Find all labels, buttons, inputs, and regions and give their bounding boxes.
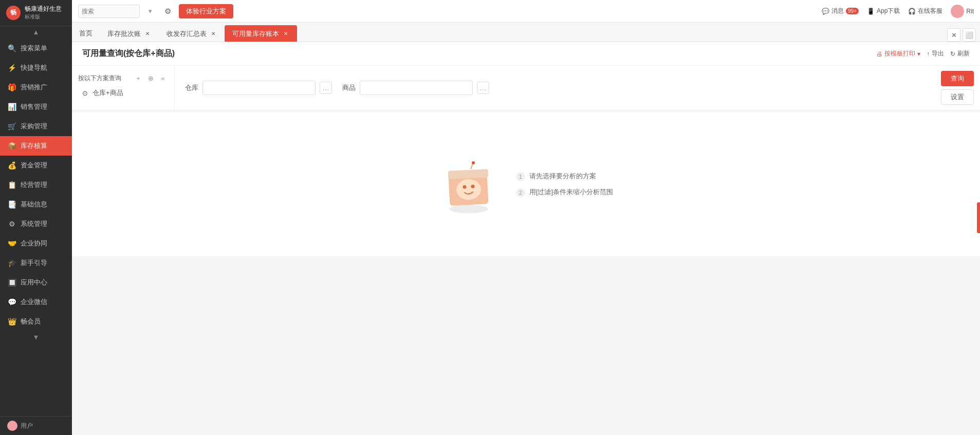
filter-goods-more-btn[interactable]: … [477,82,489,94]
scheme-dot-icon: ⊙ [80,88,89,98]
collapse-btn[interactable]: « [158,73,168,83]
topbar-dropdown-btn[interactable]: ▾ [144,5,156,17]
app-download-btn[interactable]: 📱 App下载 [867,7,900,15]
message-icon: 💬 [822,8,829,15]
vip-icon: 👑 [7,317,16,326]
scroll-up-btn[interactable]: ▲ [0,26,72,39]
refresh-btn[interactable]: ↻ 刷新 [950,49,970,58]
sidebar-item-quicknav[interactable]: ⚡ 快捷导航 [0,58,72,78]
query-btn[interactable]: 查询 [941,71,974,86]
topbar: ▾ ⚙ 体验行业方案 💬 消息 99+ 📱 App下载 🎧 在线客服 Rit [72,0,980,23]
filter-goods: 商品 … [342,81,489,95]
export-label: 导出 [932,49,944,58]
sidebar-nav: ▲ 🔍 搜索菜单 ⚡ 快捷导航 🎁 营销推广 📊 销售管理 🛒 采购管理 📦 库… [0,26,72,416]
sidebar-item-sales-label: 销售管理 [21,102,47,111]
sidebar-item-purchase-label: 采购管理 [21,122,47,131]
settings-circle-icon: ⊕ [148,74,154,82]
svg-line-6 [471,164,473,169]
svg-point-4 [463,185,466,189]
scheme-item-warehouse-goods[interactable]: ⊙ 仓库+商品 [72,85,174,101]
print-btn[interactable]: 🖨 按模板打印 ▾ [876,49,920,58]
purchase-icon: 🛒 [7,122,16,131]
print-icon: 🖨 [876,50,882,58]
messages-btn[interactable]: 💬 消息 99+ [822,7,859,15]
sidebar-item-newbie-label: 新手引导 [21,258,47,268]
tab-maximize-btn[interactable]: ⬜ [963,28,976,42]
scroll-down-btn[interactable]: ▼ [0,331,72,344]
sidebar-item-purchase[interactable]: 🛒 采购管理 [0,117,72,136]
system-icon: ⚙ [7,219,16,229]
add-scheme-btn[interactable]: + [133,73,143,83]
operations-icon: 📋 [7,180,16,190]
settings-btn[interactable]: 设置 [941,89,974,105]
tab-home[interactable]: 首页 [72,25,100,42]
sidebar-bottom-user[interactable]: 用户 [0,416,72,435]
sidebar-item-marketing[interactable]: 🎁 营销推广 [0,78,72,97]
tab-batch-account[interactable]: 库存批次账 ✕ [100,25,159,42]
online-service-btn[interactable]: 🎧 在线客服 [908,7,942,15]
chevron-down-icon: ▾ [149,7,152,15]
print-label: 按模板打印 [884,49,915,58]
topbar-search-input[interactable] [78,5,140,18]
messages-badge: 99+ [846,8,859,14]
tab-batch-account-close[interactable]: ✕ [144,30,151,37]
query-schemes: 按以下方案查询 + ⊕ « ⊙ 仓库+商 [72,66,175,110]
sidebar-item-basic-label: 基础信息 [21,200,47,209]
sidebar-item-finance[interactable]: 💰 资金管理 [0,156,72,175]
sidebar-header: 畅 畅康通好生意 标准版 [0,0,72,26]
filter-warehouse-more-btn[interactable]: … [320,82,332,94]
basic-icon: 📑 [7,200,16,209]
service-label: 在线客服 [918,7,942,15]
search-icon: 🔍 [7,44,16,53]
sidebar-item-vip[interactable]: 👑 畅会员 [0,312,72,331]
svg-point-5 [471,185,474,188]
tab-collect-summary-label: 收发存汇总表 [167,29,207,39]
filter-warehouse-input[interactable] [202,81,316,95]
sidebar-item-enterprise[interactable]: 🤝 企业协同 [0,234,72,253]
sidebar-item-inventory-label: 库存核算 [21,141,47,150]
sidebar-item-appcenter[interactable]: 🔲 应用中心 [0,273,72,292]
industry-btn[interactable]: 体验行业方案 [179,4,233,18]
collapse-icon: « [161,74,164,82]
sidebar-item-wechat[interactable]: 💬 企业微信 [0,292,72,312]
hint-text-2: 用[过滤]条件来缩小分析范围 [529,187,613,197]
app-version: 标准版 [25,13,62,21]
empty-svg [439,154,501,215]
sidebar-item-operations[interactable]: 📋 经营管理 [0,175,72,195]
topbar-gear-btn[interactable]: ⚙ [160,4,175,18]
sidebar-item-newbie[interactable]: 🎓 新手引导 [0,253,72,273]
sidebar-item-system[interactable]: ⚙ 系统管理 [0,214,72,234]
refresh-icon: ↻ [950,50,955,58]
tab-available-inventory[interactable]: 可用量库存账本 ✕ [225,25,297,42]
filter-goods-input[interactable] [360,81,473,95]
empty-text: 1 请先选择要分析的方案 2 用[过滤]条件来缩小分析范围 [516,172,613,197]
page-title: 可用量查询(按仓库+商品) [82,48,175,59]
sidebar-item-operations-label: 经营管理 [21,180,47,190]
add-icon: + [136,74,140,82]
tab-available-inventory-close[interactable]: ✕ [282,30,289,37]
enterprise-icon: 🤝 [7,239,16,248]
sidebar-item-sales[interactable]: 📊 销售管理 [0,97,72,117]
scheme-settings-btn[interactable]: ⊕ [145,73,156,83]
quicknav-icon: ⚡ [7,63,16,72]
tab-collect-summary[interactable]: 收发存汇总表 ✕ [159,25,225,42]
export-icon: ↑ [927,50,930,58]
user-menu-btn[interactable]: Rit [951,5,974,18]
inventory-icon: 📦 [7,141,16,150]
print-dropdown-icon: ▾ [917,50,920,58]
sidebar-item-basic[interactable]: 📑 基础信息 [0,195,72,214]
sidebar-item-finance-label: 资金管理 [21,161,47,170]
app-logo: 畅 [6,6,21,20]
avatar [951,5,964,18]
sidebar-item-search[interactable]: 🔍 搜索菜单 [0,39,72,58]
hint-num-1: 1 [516,172,525,181]
maximize-icon: ⬜ [965,31,973,39]
messages-label: 消息 [831,7,844,15]
export-btn[interactable]: ↑ 导出 [927,49,944,58]
sidebar-item-inventory[interactable]: 📦 库存核算 [0,136,72,156]
sales-icon: 📊 [7,102,16,111]
tab-close-all-btn[interactable]: ✕ [947,28,960,42]
svg-point-7 [472,161,475,164]
tab-collect-summary-close[interactable]: ✕ [210,30,217,37]
main-content: ▾ ⚙ 体验行业方案 💬 消息 99+ 📱 App下载 🎧 在线客服 Rit [72,0,980,435]
